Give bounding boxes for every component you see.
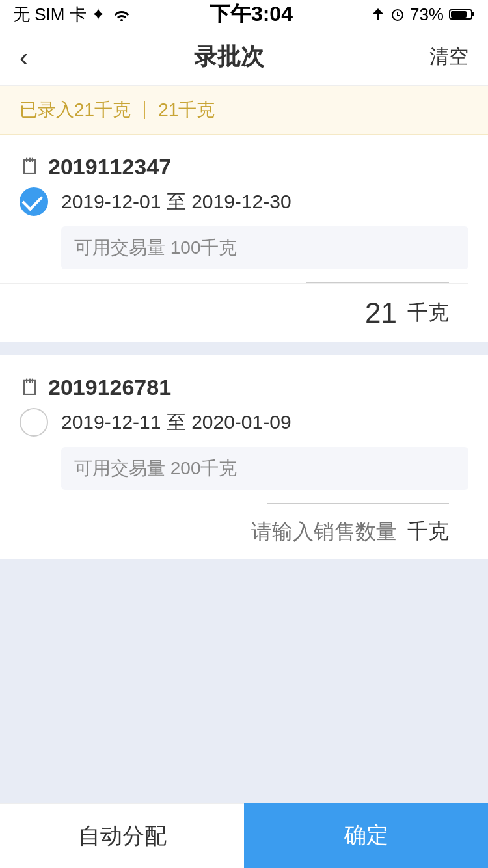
batch1-id: 2019112347 bbox=[48, 154, 171, 180]
back-button[interactable]: ‹ bbox=[20, 44, 28, 70]
battery-icon bbox=[449, 8, 475, 21]
signal-text: 无 SIM 卡 ✦ bbox=[13, 3, 105, 26]
alarm-icon bbox=[390, 7, 405, 21]
batch2-unit: 千克 bbox=[407, 517, 449, 546]
info-divider bbox=[144, 101, 145, 119]
wifi-icon bbox=[112, 7, 131, 21]
batch2-input-row: 千克 bbox=[0, 504, 468, 559]
recorded-label: 已录入21千克 bbox=[20, 98, 131, 122]
gray-area bbox=[0, 559, 488, 819]
batch2-card: 🗒 2019126781 2019-12-11 至 2020-01-09 可用交… bbox=[0, 355, 488, 503]
batch2-header: 🗒 2019126781 bbox=[20, 375, 468, 400]
status-left: 无 SIM 卡 ✦ bbox=[13, 3, 131, 26]
battery-text: 73% bbox=[410, 5, 444, 25]
auto-distribute-button[interactable]: 自动分配 bbox=[0, 803, 244, 868]
batch1-date: 2019-12-01 至 2019-12-30 bbox=[61, 189, 291, 215]
batch2-amount-input[interactable] bbox=[202, 520, 397, 544]
bottom-bar: 自动分配 确定 bbox=[0, 803, 488, 868]
batch1-card: 🗒 2019112347 2019-12-01 至 2019-12-30 可用交… bbox=[0, 135, 488, 282]
batch1-checkbox[interactable] bbox=[20, 187, 48, 216]
status-time: 下午3:04 bbox=[210, 0, 293, 29]
batch1-row: 2019-12-01 至 2019-12-30 bbox=[20, 187, 468, 216]
batch2-id-icon: 🗒 bbox=[20, 375, 42, 400]
location-icon bbox=[371, 7, 385, 21]
status-right: 73% bbox=[371, 5, 475, 25]
batch1-input-wrap: 千克 bbox=[319, 297, 449, 329]
batch2-checkbox[interactable] bbox=[20, 408, 48, 437]
svg-rect-4 bbox=[472, 12, 474, 16]
info-banner: 已录入21千克 21千克 bbox=[0, 86, 488, 135]
batch2-date: 2019-12-11 至 2020-01-09 bbox=[61, 409, 291, 436]
svg-rect-5 bbox=[451, 11, 467, 18]
nav-bar: ‹ 录批次 清空 bbox=[0, 29, 488, 86]
confirm-button[interactable]: 确定 bbox=[244, 803, 488, 868]
clear-button[interactable]: 清空 bbox=[429, 44, 468, 70]
total-label: 21千克 bbox=[158, 98, 215, 122]
batch1-amount-input[interactable] bbox=[319, 297, 397, 329]
status-bar: 无 SIM 卡 ✦ 下午3:04 73% bbox=[0, 0, 488, 29]
batch1-id-icon: 🗒 bbox=[20, 154, 42, 180]
batch1-available: 可用交易量 100千克 bbox=[61, 226, 468, 269]
batch1-amount-row: 千克 bbox=[0, 283, 468, 342]
batch1-unit: 千克 bbox=[407, 299, 449, 327]
batch1-header: 🗒 2019112347 bbox=[20, 154, 468, 180]
batch2-row: 2019-12-11 至 2020-01-09 bbox=[20, 408, 468, 437]
page-title: 录批次 bbox=[194, 41, 264, 73]
batch2-id: 2019126781 bbox=[48, 375, 171, 400]
batch2-available: 可用交易量 200千克 bbox=[61, 447, 468, 490]
section-separator bbox=[0, 342, 488, 355]
